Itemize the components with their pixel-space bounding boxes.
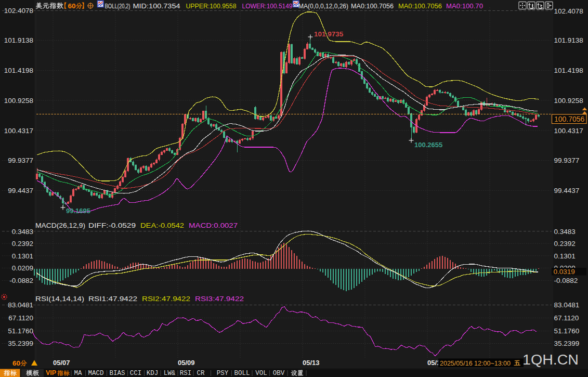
svg-text:35.2399: 35.2399 (8, 340, 33, 347)
svg-text:67.1120: 67.1120 (554, 314, 579, 322)
svg-text:RSI3:47.9422: RSI3:47.9422 (195, 295, 244, 303)
svg-text:100.4317: 100.4317 (4, 127, 33, 135)
svg-text:DIFF:-0.0529: DIFF:-0.0529 (88, 222, 136, 229)
svg-text:CCI: CCI (130, 370, 142, 377)
svg-text:VOL: VOL (255, 370, 267, 377)
svg-text:0.1301: 0.1301 (554, 252, 576, 260)
svg-text:0.0209: 0.0209 (12, 264, 33, 272)
svg-text:51.1760: 51.1760 (554, 327, 580, 335)
svg-text:100.9258: 100.9258 (4, 97, 33, 105)
svg-text:99.4437: 99.4437 (8, 187, 33, 194)
svg-text:-0.0882: -0.0882 (9, 277, 33, 284)
svg-text:MA(0,0,0,12,0,26): MA(0,0,0,12,0,26) (298, 3, 348, 10)
svg-text:BOLL: BOLL (234, 370, 250, 377)
svg-text:100.9258: 100.9258 (554, 97, 583, 105)
svg-text:MA: MA (74, 370, 82, 377)
svg-text:83.0481: 83.0481 (8, 301, 33, 309)
svg-text:LW&: LW& (164, 370, 176, 377)
svg-text:0.2392: 0.2392 (554, 240, 576, 248)
svg-text:MA0:100.7056: MA0:100.7056 (398, 3, 442, 10)
svg-text:100.7056: 100.7056 (554, 115, 585, 123)
svg-text:2025/05/16 12:00~13:00: 2025/05/16 12:00~13:00 (440, 359, 511, 367)
svg-text:100.2655: 100.2655 (414, 141, 442, 149)
svg-text:LOWER:100.5149: LOWER:100.5149 (242, 3, 293, 10)
svg-text:RSI1:47.9422: RSI1:47.9422 (88, 295, 137, 303)
svg-text:0.2392: 0.2392 (12, 240, 33, 248)
svg-text:RSI: RSI (180, 370, 192, 377)
svg-text:51.1760: 51.1760 (8, 327, 33, 335)
svg-text:UPPER:100.9558: UPPER:100.9558 (186, 3, 237, 10)
svg-text:83.0481: 83.0481 (554, 301, 580, 309)
svg-text:05/13: 05/13 (303, 359, 320, 367)
svg-text:05/07: 05/07 (53, 359, 70, 367)
svg-text:OBV: OBV (273, 370, 285, 377)
svg-text:60: 60 (68, 2, 76, 10)
svg-text:99.9377: 99.9377 (8, 157, 33, 164)
svg-text:CR: CR (197, 370, 205, 377)
svg-text:101.9735: 101.9735 (314, 30, 344, 38)
svg-text:0.1301: 0.1301 (12, 252, 33, 260)
svg-text:0.0319: 0.0319 (554, 268, 575, 276)
svg-text:99.9377: 99.9377 (554, 157, 580, 164)
svg-text:60: 60 (12, 359, 20, 367)
svg-text:101.4198: 101.4198 (4, 67, 33, 74)
svg-text:MA0:100.7056: MA0:100.7056 (351, 3, 394, 10)
svg-text:DEA:-0.0542: DEA:-0.0542 (140, 222, 184, 229)
svg-text:MACD:0.0027: MACD:0.0027 (189, 222, 238, 229)
svg-text:MACD: MACD (88, 370, 103, 377)
svg-text:MID:100.7354: MID:100.7354 (133, 3, 180, 10)
svg-text:0.3483: 0.3483 (12, 228, 33, 236)
svg-text:102.4078: 102.4078 (554, 7, 583, 15)
svg-text:1QH.CN: 1QH.CN (522, 352, 579, 368)
svg-text:RSI(14,14,14): RSI(14,14,14) (35, 295, 84, 303)
svg-text:101.9138: 101.9138 (554, 36, 583, 44)
svg-text:05/09: 05/09 (178, 359, 195, 367)
svg-text:101.9138: 101.9138 (4, 36, 33, 44)
svg-text:67.1120: 67.1120 (8, 314, 33, 322)
svg-text:35.2399: 35.2399 (554, 340, 580, 347)
svg-text:MA0:100.70: MA0:100.70 (446, 3, 483, 10)
svg-text:BOLL(20,2): BOLL(20,2) (105, 3, 130, 10)
svg-text:0.3483: 0.3483 (554, 228, 576, 236)
svg-text:-0.0882: -0.0882 (554, 277, 578, 284)
svg-text:MACD(26,12,9): MACD(26,12,9) (35, 222, 85, 229)
svg-text:BIAS: BIAS (109, 370, 125, 377)
svg-text:PSY: PSY (217, 370, 229, 377)
svg-text:KDJ: KDJ (147, 370, 159, 377)
svg-text:99.1695: 99.1695 (66, 207, 90, 215)
svg-text:101.4198: 101.4198 (554, 67, 583, 74)
svg-text:VIP: VIP (46, 369, 56, 376)
svg-text:RSI2:47.9422: RSI2:47.9422 (142, 295, 190, 303)
svg-text:100.4317: 100.4317 (554, 127, 583, 135)
svg-text:99.4437: 99.4437 (554, 187, 580, 194)
svg-text:102.4078: 102.4078 (4, 7, 33, 15)
